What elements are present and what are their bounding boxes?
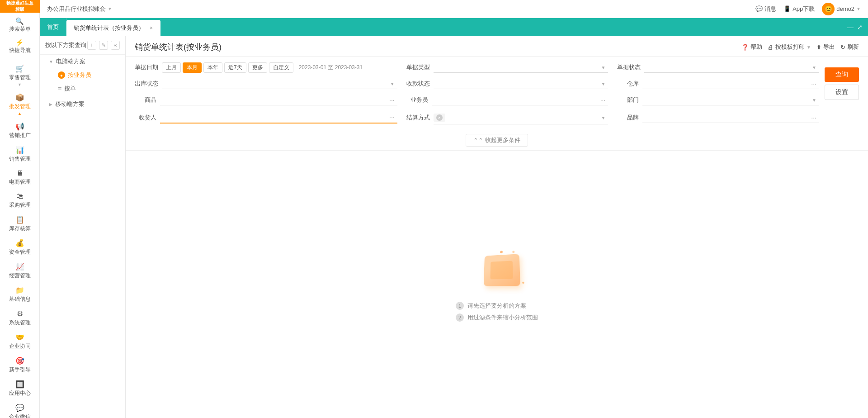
consignee-dots[interactable]: ··· <box>387 114 397 121</box>
sidebar-item-wxwork[interactable]: 💬 企业微信 <box>0 400 39 418</box>
sidebar-item-marketing[interactable]: 📢 营销推广 <box>0 119 39 142</box>
app-logo[interactable]: 畅捷通好生意 标版 <box>0 0 40 13</box>
help-label: 帮助 <box>750 43 762 51</box>
date-this-year[interactable]: 本年 <box>203 62 222 73</box>
tab-active-label: 销货单统计表（按业务员） <box>74 24 144 32</box>
sidebar-item-purchase[interactable]: 🛍 采购管理 <box>0 189 39 212</box>
tree-group-mobile[interactable]: ▶ 移动端方案 <box>40 97 125 111</box>
tree-item-salesperson[interactable]: ● 按业务员 <box>40 68 125 82</box>
date-7days[interactable]: 近7天 <box>224 62 246 73</box>
edit-scheme-button[interactable]: ✎ <box>99 41 108 50</box>
sidebar-item-sales[interactable]: 📊 销售管理 <box>0 142 39 166</box>
sidebar-item-basic[interactable]: 📁 基础信息 <box>0 282 39 306</box>
receipt-select-wrap[interactable] <box>434 78 609 89</box>
export-label: 导出 <box>823 43 835 51</box>
date-this-month[interactable]: 本月 <box>183 62 202 73</box>
sidebar-item-inventory[interactable]: 📋 库存核算 <box>0 212 39 235</box>
date-range: 2023-03-01 至 2023-03-31 <box>295 64 363 71</box>
settings-button[interactable]: 设置 <box>825 85 859 100</box>
print-button[interactable]: 🖨 按模板打印 ▼ <box>768 43 811 51</box>
sidebar-item-wholesale[interactable]: 📦 批发管理 ▲ <box>0 90 39 119</box>
sidebar-item-ecommerce[interactable]: 🖥 电商管理 <box>0 166 39 189</box>
company-dropdown[interactable]: 办公用品行业模拟账套 ▼ <box>47 5 112 13</box>
hint-text-1: 请先选择要分析的方案 <box>467 302 526 310</box>
tab-expand-icon[interactable]: ⤢ <box>857 24 863 31</box>
tab-close-icon[interactable]: × <box>150 25 153 31</box>
list-icon: ≡ <box>58 85 61 92</box>
active-scheme-indicator: ● <box>58 71 65 79</box>
tree-item-by-order[interactable]: ≡ 按单 <box>40 82 125 95</box>
warehouse-label: 仓库 <box>617 80 642 88</box>
sidebar-item-operations[interactable]: 📈 经营管理 <box>0 259 39 282</box>
help-button[interactable]: ❓ 帮助 <box>741 43 762 51</box>
department-select-wrap[interactable] <box>642 95 819 105</box>
salesperson-input[interactable] <box>432 95 598 105</box>
brand-input[interactable] <box>642 112 808 123</box>
tree-group-pc[interactable]: ▼ 电脑端方案 <box>40 55 125 68</box>
main-area: 办公用品行业模拟账套 ▼ 💬 消息 📱 App下载 😊 demo2 ▼ <box>40 0 868 418</box>
receipt-select[interactable] <box>434 78 609 89</box>
sidebar-item-newbie[interactable]: 🎯 新手引导 <box>0 353 39 376</box>
sidebar-item-system[interactable]: ⚙ 系统管理 <box>0 306 39 329</box>
message-button[interactable]: 💬 消息 <box>755 5 776 13</box>
salesperson-dots[interactable]: ··· <box>598 96 609 104</box>
tree-expand-arrow: ▼ <box>49 59 53 64</box>
print-label: 按模板打印 <box>775 43 805 51</box>
warehouse-dots[interactable]: ··· <box>808 80 819 87</box>
refresh-button[interactable]: ↻ 刷新 <box>840 43 859 51</box>
date-last-month[interactable]: 上月 <box>162 62 181 73</box>
filter-fields: 单据日期 上月 本月 本年 近7天 更多 自定义 <box>135 62 819 124</box>
date-custom[interactable]: 自定义 <box>269 62 293 73</box>
sidebar-search[interactable]: 🔍 搜索菜单 <box>0 13 39 36</box>
app-download-label: App下载 <box>793 5 815 13</box>
date-more[interactable]: 更多 <box>248 62 267 73</box>
salesperson-label: 业务员 <box>406 96 432 104</box>
doctype-select[interactable] <box>434 62 609 73</box>
sidebar-quick-nav[interactable]: ⚡ 快捷导航 <box>0 36 39 57</box>
tab-active[interactable]: 销货单统计表（按业务员） × <box>66 20 160 36</box>
ship-select-wrap[interactable] <box>162 78 397 89</box>
company-dropdown-arrow: ▼ <box>108 6 112 11</box>
finance-icon: 💰 <box>15 239 24 247</box>
payment-select-wrap[interactable] <box>447 112 609 123</box>
left-panel-actions: + ✎ « <box>87 41 120 50</box>
query-button[interactable]: 查询 <box>825 67 859 82</box>
payment-select[interactable] <box>447 112 609 123</box>
doctype-select-wrap[interactable] <box>434 62 609 73</box>
add-scheme-button[interactable]: + <box>87 41 96 50</box>
print-icon: 🖨 <box>768 44 774 51</box>
docstatus-select[interactable] <box>644 62 819 73</box>
sidebar-item-retail[interactable]: 🛒 零售管理 ▼ <box>0 61 39 90</box>
payment-label: 结算方式 <box>406 114 434 122</box>
warehouse-input[interactable] <box>642 78 808 89</box>
particle3 <box>522 281 524 283</box>
product-input[interactable] <box>160 95 387 105</box>
message-label: 消息 <box>764 5 776 13</box>
export-button[interactable]: ⬆ 导出 <box>816 43 835 51</box>
content-area: 按以下方案查询 + ✎ « ▼ 电脑端方案 ● 按业务员 ≡ 按单 <box>40 36 868 418</box>
refresh-label: 刷新 <box>847 43 859 51</box>
product-label: 商品 <box>135 96 160 104</box>
sidebar-item-apps[interactable]: 🔲 应用中心 <box>0 376 39 400</box>
docstatus-select-wrap[interactable] <box>644 62 819 73</box>
payment-tag-x[interactable]: × <box>436 114 443 121</box>
tab-home-label: 首页 <box>47 23 59 31</box>
sidebar-item-collab[interactable]: 🤝 企业协同 <box>0 329 39 353</box>
department-select[interactable] <box>642 95 819 105</box>
collapse-button[interactable]: ⌃⌃ 收起更多条件 <box>466 134 528 147</box>
ship-select[interactable] <box>162 78 397 89</box>
app-download-button[interactable]: 📱 App下载 <box>783 5 815 13</box>
hint-num-2: 2 <box>456 314 464 322</box>
left-panel: 按以下方案查询 + ✎ « ▼ 电脑端方案 ● 按业务员 ≡ 按单 <box>40 36 126 418</box>
export-icon: ⬆ <box>816 44 821 51</box>
sidebar-item-finance[interactable]: 💰 资金管理 <box>0 235 39 259</box>
user-menu[interactable]: 😊 demo2 ▼ <box>822 3 861 15</box>
collapse-panel-button[interactable]: « <box>111 41 120 50</box>
payment-control: × <box>434 111 609 124</box>
tab-home[interactable]: 首页 <box>40 18 66 36</box>
product-dots[interactable]: ··· <box>387 96 397 104</box>
consignee-input[interactable] <box>160 112 387 123</box>
header-left: 办公用品行业模拟账套 ▼ <box>47 5 112 13</box>
tab-minimize-icon[interactable]: — <box>847 24 854 31</box>
brand-dots[interactable]: ··· <box>808 114 819 121</box>
